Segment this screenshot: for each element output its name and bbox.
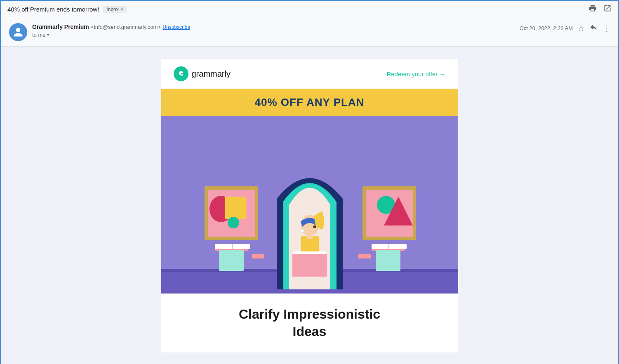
grammarly-header: grammarly Redeem your offer → xyxy=(161,59,458,89)
grammarly-name: grammarly xyxy=(192,69,231,79)
headline: Clarify Impressionistic Ideas xyxy=(178,306,442,340)
email-content: grammarly Redeem your offer → 40% OFF AN… xyxy=(161,59,458,352)
top-bar-right xyxy=(588,4,612,14)
star-icon[interactable]: ☆ xyxy=(578,24,584,33)
inbox-close-button[interactable]: × xyxy=(120,7,123,12)
sender-name: Grammarly Premium xyxy=(32,23,89,30)
svg-rect-7 xyxy=(225,197,246,219)
sender-email: <info@send.grammarly.com> xyxy=(91,24,161,30)
svg-rect-22 xyxy=(358,254,371,258)
grammarly-logo: grammarly xyxy=(174,66,231,81)
to-me-text: to me xyxy=(32,32,46,38)
svg-point-8 xyxy=(228,217,239,228)
svg-rect-28 xyxy=(293,251,326,254)
svg-rect-27 xyxy=(307,235,313,239)
grammarly-logo-icon xyxy=(174,66,188,81)
avatar xyxy=(9,23,27,41)
svg-point-25 xyxy=(313,225,316,228)
svg-rect-19 xyxy=(376,250,400,271)
email-subject: 40% off Premium ends tomorrow! xyxy=(7,6,99,13)
email-header: Grammarly Premium <info@send.grammarly.c… xyxy=(1,18,618,47)
more-options-icon[interactable]: ⋮ xyxy=(603,24,610,33)
museum-illustration xyxy=(161,116,458,294)
sender-section: Grammarly Premium <info@send.grammarly.c… xyxy=(9,23,190,41)
svg-point-26 xyxy=(301,229,304,232)
open-external-icon[interactable] xyxy=(603,4,612,14)
top-bar: 40% off Premium ends tomorrow! Inbox × xyxy=(1,1,618,18)
email-header-right: Oct 20, 2022, 2:23 AM ☆ ⋮ xyxy=(520,23,610,33)
top-bar-left: 40% off Premium ends tomorrow! Inbox × xyxy=(7,6,127,13)
sender-info: Grammarly Premium <info@send.grammarly.c… xyxy=(32,23,190,38)
to-me[interactable]: to me ▾ xyxy=(32,32,190,38)
svg-rect-13 xyxy=(252,254,264,258)
inbox-badge[interactable]: Inbox × xyxy=(103,6,126,13)
print-icon[interactable] xyxy=(588,4,597,14)
unsubscribe-link[interactable]: Unsubscribe xyxy=(162,24,190,30)
inbox-label: Inbox xyxy=(106,7,118,12)
redeem-link[interactable]: Redeem your offer → xyxy=(386,70,445,77)
reply-icon[interactable] xyxy=(589,23,598,33)
headline-line2: Ideas xyxy=(293,324,327,339)
to-me-chevron-icon: ▾ xyxy=(47,33,49,37)
svg-rect-29 xyxy=(292,254,327,277)
sender-name-row: Grammarly Premium <info@send.grammarly.c… xyxy=(32,23,190,31)
headline-line1: Clarify Impressionistic xyxy=(239,307,380,322)
email-date: Oct 20, 2022, 2:23 AM xyxy=(520,25,573,31)
promo-text: 40% OFF ANY PLAN xyxy=(255,96,365,108)
svg-rect-10 xyxy=(219,250,244,271)
email-text-section: Clarify Impressionistic Ideas xyxy=(161,294,458,352)
email-body: grammarly Redeem your offer → 40% OFF AN… xyxy=(1,47,618,364)
promo-banner: 40% OFF ANY PLAN xyxy=(161,89,458,116)
